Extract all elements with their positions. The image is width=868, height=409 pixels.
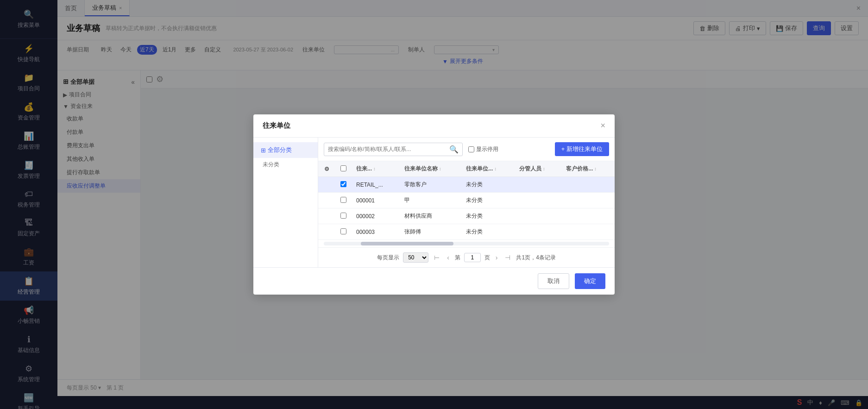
th-name[interactable]: 往来单位名称 (400, 161, 461, 177)
row-settings-cell (318, 193, 335, 208)
row-manager (515, 208, 561, 224)
row-name: 张師傅 (400, 224, 461, 240)
row-settings-cell (318, 208, 335, 224)
th-manager[interactable]: 分管人员 (515, 161, 561, 177)
table-row[interactable]: RETAIL_... 零散客户 未分类 (318, 177, 615, 193)
first-page-btn[interactable]: ⊢ (432, 253, 441, 262)
row-check-cell[interactable] (335, 224, 352, 240)
page-input[interactable] (464, 253, 481, 262)
row-settings-cell (318, 224, 335, 240)
th-code[interactable]: 往来... (352, 161, 400, 177)
row-check-cell[interactable] (335, 208, 352, 224)
table-select-all[interactable] (340, 165, 346, 171)
row-name: 零散客户 (400, 177, 461, 193)
cancel-button[interactable]: 取消 (538, 273, 569, 289)
confirm-button[interactable]: 确定 (575, 273, 605, 289)
page-unit: 页 (484, 254, 490, 262)
page-summary: 共1页，4条记录 (516, 254, 555, 262)
row-code: 000003 (352, 224, 400, 240)
search-icon: 🔍 (449, 145, 459, 154)
row-category: 未分类 (461, 193, 515, 208)
add-partner-label: + 新增往来单位 (561, 145, 603, 152)
th-price[interactable]: 客户价格... (561, 161, 615, 177)
row-price (561, 224, 615, 240)
next-page-btn[interactable]: › (494, 253, 500, 262)
horizontal-scrollbar[interactable] (324, 242, 609, 245)
add-partner-button[interactable]: + 新增往来单位 (555, 142, 609, 156)
per-page-label: 每页显示 (377, 254, 399, 262)
row-manager (515, 177, 561, 193)
row-name: 材料供应商 (400, 208, 461, 224)
row-checkbox[interactable] (340, 181, 346, 187)
dialog-nav-all[interactable]: ⊞ 全部分类 (253, 142, 318, 158)
confirm-label: 确定 (584, 277, 596, 284)
dialog-close-btn[interactable]: × (600, 121, 605, 131)
row-category: 未分类 (461, 208, 515, 224)
table-row[interactable]: 000003 张師傅 未分类 (318, 224, 615, 240)
row-check-cell[interactable] (335, 193, 352, 208)
show-disabled-container: 显示停用 (468, 145, 498, 153)
dialog-pagination: 每页显示 50 10 20 100 ⊢ ‹ 第 页 › ⊣ 共1页，4条记录 (318, 247, 615, 267)
page-label: 第 (455, 254, 460, 262)
dialog-body: ⊞ 全部分类 未分类 🔍 显示停用 (253, 138, 615, 267)
grid2-icon: ⊞ (261, 147, 266, 154)
search-input[interactable] (328, 146, 447, 152)
show-disabled-checkbox[interactable] (468, 146, 474, 152)
table-row[interactable]: 000002 材料供应商 未分类 (318, 208, 615, 224)
cancel-label: 取消 (547, 277, 560, 284)
th-settings[interactable]: ⚙ (318, 161, 335, 177)
dialog-overlay: 往来单位 × ⊞ 全部分类 未分类 🔍 (0, 0, 868, 409)
dialog-header: 往来单位 × (253, 114, 615, 138)
last-page-btn[interactable]: ⊣ (503, 253, 512, 262)
row-code: RETAIL_... (352, 177, 400, 193)
row-price (561, 208, 615, 224)
search-box[interactable]: 🔍 (324, 143, 463, 156)
row-checkbox[interactable] (340, 228, 346, 234)
scroll-thumb[interactable] (361, 242, 453, 245)
row-category: 未分类 (461, 224, 515, 240)
table-row[interactable]: 000001 甲 未分类 (318, 193, 615, 208)
dialog-table: ⚙ 往来... 往来单位名称 往来单位... 分管人员 客户价格... (318, 161, 615, 240)
table-header-row: ⚙ 往来... 往来单位名称 往来单位... 分管人员 客户价格... (318, 161, 615, 177)
prev-page-btn[interactable]: ‹ (445, 253, 451, 262)
row-code: 000001 (352, 193, 400, 208)
dialog-right-content: 🔍 显示停用 + 新增往来单位 ⚙ (318, 138, 615, 267)
dialog-nav-all-label: 全部分类 (268, 146, 292, 154)
row-price (561, 193, 615, 208)
row-name: 甲 (400, 193, 461, 208)
row-price (561, 177, 615, 193)
row-check-cell[interactable] (335, 177, 352, 193)
row-category: 未分类 (461, 177, 515, 193)
partner-dialog: 往来单位 × ⊞ 全部分类 未分类 🔍 (253, 114, 615, 295)
dialog-footer: 取消 确定 (253, 267, 615, 295)
row-code: 000002 (352, 208, 400, 224)
row-manager (515, 193, 561, 208)
row-manager (515, 224, 561, 240)
dialog-left-nav: ⊞ 全部分类 未分类 (253, 138, 318, 267)
row-checkbox[interactable] (340, 197, 346, 203)
th-category[interactable]: 往来单位... (461, 161, 515, 177)
dialog-toolbar: 🔍 显示停用 + 新增往来单位 (318, 138, 615, 161)
dialog-nav-uncategorized[interactable]: 未分类 (253, 158, 318, 171)
dialog-title: 往来单位 (263, 121, 290, 130)
row-settings-cell (318, 177, 335, 193)
per-page-select[interactable]: 50 10 20 100 (403, 252, 428, 263)
partner-table: ⚙ 往来... 往来单位名称 往来单位... 分管人员 客户价格... (318, 161, 615, 240)
row-checkbox[interactable] (340, 213, 346, 219)
show-disabled-label: 显示停用 (476, 145, 498, 153)
th-checkbox (335, 161, 352, 177)
dialog-nav-uncategorized-label: 未分类 (263, 161, 279, 168)
